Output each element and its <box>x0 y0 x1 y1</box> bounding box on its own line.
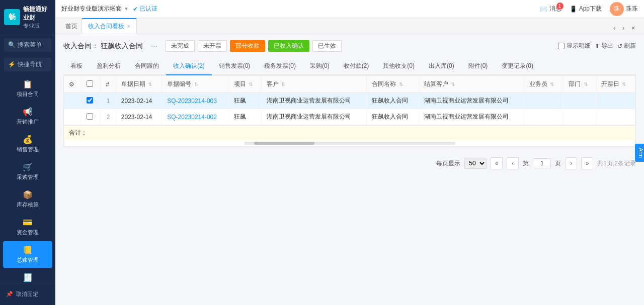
next-page-button[interactable]: › <box>565 157 577 169</box>
cell-contract-2: 狂飙收入合同 <box>367 109 419 125</box>
col-open-date[interactable]: 开票日 ⇅ <box>596 76 635 93</box>
sidebar-item-sales[interactable]: 💰 销售管理 <box>3 131 52 157</box>
tab-next-arrow[interactable]: › <box>619 23 627 34</box>
total-info: 共1页,2条记录 <box>597 159 636 168</box>
search-menu-button[interactable]: 🔍 搜索菜单 <box>4 38 51 52</box>
status-uninvoiced[interactable]: 未开票 <box>198 40 227 52</box>
sidebar-bottom: 📌 取消固定 <box>0 283 55 305</box>
sidebar-item-marketing[interactable]: 📢 营销推广 <box>3 103 52 130</box>
cell-code-2[interactable]: SQ-20230214-002 <box>162 109 229 125</box>
prev-page-button[interactable]: ‹ <box>507 157 519 169</box>
sidebar-item-purchase[interactable]: 🛒 采购管理 <box>3 158 52 185</box>
sub-tab-other-income[interactable]: 其他收支(0) <box>376 58 422 75</box>
app-download-action[interactable]: 📱 App下载 <box>570 5 602 13</box>
last-page-button[interactable]: » <box>581 157 593 169</box>
certified-check-icon: ✔ <box>133 6 138 13</box>
col-department[interactable]: 部门 ⇅ <box>564 76 596 93</box>
sidebar-item-capital[interactable]: 💳 资金管理 <box>3 214 52 240</box>
col-customer[interactable]: 客户 ⇅ <box>261 76 367 93</box>
sub-tab-contract-track[interactable]: 合同跟的 <box>128 58 166 75</box>
cell-checkbox-2[interactable] <box>82 109 101 125</box>
row1-checkbox[interactable] <box>87 97 93 104</box>
right-float-action[interactable]: Arm <box>635 143 644 161</box>
sidebar-item-project-contract[interactable]: 📋 项目合同 <box>3 75 52 102</box>
user-profile[interactable]: 珠 珠珠 <box>610 2 638 16</box>
unpin-button[interactable]: 📌 取消固定 <box>4 287 51 301</box>
open-date-sort-icon: ⇅ <box>622 81 626 87</box>
certified-badge: ✔ 已认证 <box>133 5 157 13</box>
per-page-select[interactable]: 50 <box>464 158 487 169</box>
cell-settlement-1: 湖南卫视商业运营发展有限公司 <box>419 93 524 109</box>
sub-tab-sales-invoice[interactable]: 销售发票(0) <box>212 58 258 75</box>
sub-tab-tax-invoice[interactable]: 税务发票(0) <box>257 58 303 75</box>
quick-nav-button[interactable]: ⚡ 快捷导航 <box>4 58 51 71</box>
status-partial-payment[interactable]: 部分收款 <box>230 40 265 52</box>
salesperson-sort-icon: ⇅ <box>550 81 554 87</box>
sub-tab-payment[interactable]: 收付款(2) <box>337 58 376 75</box>
sidebar-item-invoice[interactable]: 🧾 发票管理 <box>3 269 52 283</box>
cell-code-1[interactable]: SQ-20230214-003 <box>162 93 229 109</box>
cell-number-1: 1 <box>101 93 116 109</box>
tab-nav-arrows: ‹ › × <box>610 23 638 34</box>
quick-nav-area[interactable]: ⚡ 快捷导航 <box>0 55 55 74</box>
sidebar-item-inventory[interactable]: 📦 库存核算 <box>3 186 52 213</box>
sub-tab-dashboard[interactable]: 看板 <box>63 58 90 75</box>
tab-close-icon[interactable]: × <box>127 24 130 29</box>
capital-icon: 💳 <box>23 218 33 227</box>
table-row[interactable]: 2 2023-02-14 SQ-20230214-002 狂飙 湖南卫视商业运营… <box>64 109 635 125</box>
right-actions: 显示明细 ⬆ 导出 ↺ 刷新 <box>558 42 636 50</box>
more-options-button[interactable]: ··· <box>149 42 159 51</box>
status-incomplete[interactable]: 未完成 <box>166 40 195 52</box>
settlement-sort-icon: ⇅ <box>451 81 455 87</box>
page-number-input[interactable] <box>533 158 551 168</box>
tab-home[interactable]: 首页 <box>61 19 82 34</box>
cell-salesperson-1 <box>524 93 564 109</box>
sub-tab-attachments[interactable]: 附件(0) <box>461 58 495 75</box>
tab-income-contract-board[interactable]: 收入合同看板 × <box>82 18 137 34</box>
row2-checkbox[interactable] <box>87 113 93 120</box>
col-code[interactable]: 单据编号 ⇅ <box>162 76 229 93</box>
cell-customer-2: 湖南卫视商业运营发展有限公司 <box>261 109 367 125</box>
col-salesperson[interactable]: 业务员 ⇅ <box>524 76 564 93</box>
export-button[interactable]: ⬆ 导出 <box>595 42 613 50</box>
sub-tab-purchase[interactable]: 采购(0) <box>303 58 337 75</box>
topbar: 好业财专业版演示帐套 ▼ ✔ 已认证 ✉️ 消息 1 📱 App下载 珠 珠珠 <box>55 0 644 18</box>
company-selector[interactable]: 好业财专业版演示帐套 ▼ <box>61 5 129 13</box>
doc-link-1[interactable]: SQ-20230214-003 <box>167 97 217 105</box>
refresh-button[interactable]: ↺ 刷新 <box>617 42 636 50</box>
col-settlement-customer[interactable]: 结算客户 ⇅ <box>419 76 524 93</box>
scroll-track <box>244 142 455 145</box>
app-logo-icon: 畅 <box>4 9 20 25</box>
table-row[interactable]: 1 2023-02-14 SQ-20230214-003 狂飙 湖南卫视商业运营… <box>64 93 635 109</box>
col-date[interactable]: 单据日期 ⇅ <box>116 76 162 93</box>
status-effective[interactable]: 已生效 <box>312 40 342 52</box>
tab-prev-arrow[interactable]: ‹ <box>610 23 618 34</box>
cell-date-2: 2023-02-14 <box>116 109 162 125</box>
tab-close-all[interactable]: × <box>628 23 638 34</box>
cell-open-date-1 <box>596 93 635 109</box>
sidebar-item-general-ledger[interactable]: 📒 总账管理 <box>3 241 52 268</box>
status-income-confirmed[interactable]: 已收入确认 <box>268 40 309 52</box>
col-settings[interactable]: ⚙ <box>64 76 82 93</box>
show-detail-checkbox[interactable] <box>558 43 565 49</box>
sub-tab-profit[interactable]: 盈利分析 <box>90 58 128 75</box>
col-checkbox[interactable] <box>82 76 101 93</box>
col-contract-name[interactable]: 合同名称 ⇅ <box>367 76 419 93</box>
settings-icon[interactable]: ⚙ <box>69 81 74 88</box>
sub-tab-income-confirm[interactable]: 收入确认(2) <box>166 58 212 75</box>
horizontal-scroll[interactable] <box>64 140 635 147</box>
cell-settlement-2: 湖南卫视商业运营发展有限公司 <box>419 109 524 125</box>
show-detail-checkbox-label[interactable]: 显示明细 <box>558 42 591 50</box>
cell-checkbox-1[interactable] <box>82 93 101 109</box>
select-all-checkbox[interactable] <box>87 80 93 87</box>
sidebar-search-area[interactable]: 🔍 搜索菜单 <box>0 35 55 55</box>
col-project[interactable]: 项目 ⇅ <box>229 76 262 93</box>
scroll-thumb[interactable] <box>254 142 314 145</box>
doc-link-2[interactable]: SQ-20230214-002 <box>167 114 217 121</box>
first-page-button[interactable]: « <box>491 157 503 169</box>
sales-icon: 💰 <box>23 135 33 144</box>
message-action[interactable]: ✉️ 消息 1 <box>540 5 561 13</box>
sub-tab-change-log[interactable]: 变更记录(0) <box>495 58 540 75</box>
sub-tab-warehouse[interactable]: 出入库(0) <box>422 58 461 75</box>
status-button-group: 未完成 未开票 部分收款 已收入确认 已生效 <box>166 40 342 52</box>
